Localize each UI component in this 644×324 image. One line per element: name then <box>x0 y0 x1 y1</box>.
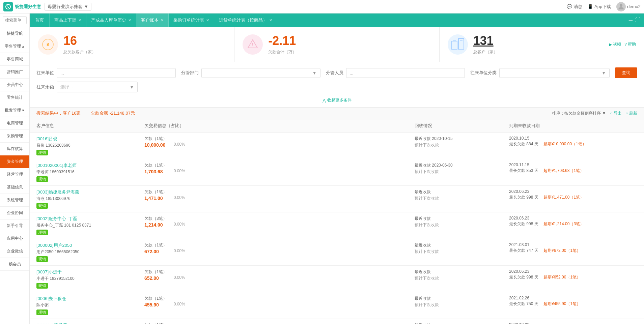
filter-collapse-button[interactable]: ⋀ 收起更多条件 <box>36 96 637 105</box>
sort-label[interactable]: 排序：按欠款金额倒序排序 ▼ <box>552 111 606 116</box>
tab-purchase-stats[interactable]: 采购订单统计表 ✕ <box>169 13 214 27</box>
debt-percent-3: 0.00% <box>174 222 185 227</box>
tab-close-icon[interactable]: ✕ <box>78 18 81 23</box>
next-collect-2: 预计下次收款 <box>415 196 509 201</box>
sidebar-item-retail-mgmt[interactable]: 零售管理 ▲ <box>0 40 29 53</box>
customer-info-3: [0002]服务中心_丁磊 服务中心_丁磊 181 0125 8371 现销 <box>36 216 144 235</box>
customer-info-7: [000001]黄思源 黄思源 13552700226 现销 <box>36 322 144 324</box>
sidebar-item-guide[interactable]: 新手引导 <box>0 219 29 232</box>
sidebar-item-operations[interactable]: 经营管理 <box>0 168 29 181</box>
customer-name-1[interactable]: [0001020001]李老师 <box>36 163 144 169</box>
overdue-link-3[interactable]: 超期¥1,214.00（3笔） <box>543 222 584 226</box>
debt-info-0: 欠款（1笔） 10,000.00 0.00% <box>144 136 415 148</box>
customer-name-3[interactable]: [0002]服务中心_丁磊 <box>36 216 144 222</box>
filter-input-category[interactable]: ▼ <box>499 68 610 78</box>
overdue-link-2[interactable]: 超期¥1,471.00（1笔） <box>543 195 584 200</box>
debt-amount-4[interactable]: 672.00 <box>144 249 167 254</box>
export-button[interactable]: ○ 导出 <box>610 111 622 116</box>
play-icon: ▶ <box>609 42 612 47</box>
chevron-down-icon: ▼ <box>312 70 317 76</box>
sidebar-item-retail-mall[interactable]: 零售商城 <box>0 53 29 66</box>
customer-name-7[interactable]: [000001]黄思源 <box>36 322 144 324</box>
tab-inbound-stats[interactable]: 进货单统计表（按商品） ✕ <box>214 13 277 27</box>
sidebar-item-quick-nav[interactable]: 快捷导航 <box>0 27 29 40</box>
tab-home[interactable]: 首页 <box>30 13 50 27</box>
overdue-link-5[interactable]: 超期¥652.00（1笔） <box>543 275 581 279</box>
tab-customer-account[interactable]: 客户账本 ✕ <box>136 13 169 27</box>
overdue-link-0[interactable]: 超期¥10,000.00（1笔） <box>543 142 586 146</box>
sidebar-item-member[interactable]: 会员中心 <box>0 79 29 91</box>
filter-input-balance[interactable]: 选择... ▼ <box>57 82 138 92</box>
tab-close-icon[interactable]: ✕ <box>161 18 164 23</box>
tab-bar-right: ─ ⛶ <box>629 17 644 23</box>
app-download-button[interactable]: 📱 App下载 <box>588 4 611 10</box>
minimize-icon[interactable]: ─ <box>629 17 633 23</box>
maximize-icon[interactable]: ⛶ <box>635 17 641 23</box>
sidebar-nav: 快捷导航 零售管理 ▲ 零售商城 营销推广 会员中心 零售统计 批发管理 ▼ 电… <box>0 27 29 271</box>
debt-amount-5[interactable]: 652.00 <box>144 275 167 281</box>
sidebar-item-finance[interactable]: 资金管理 <box>0 155 29 168</box>
debt-amount-2[interactable]: 1,471.00 <box>144 196 167 201</box>
sidebar-item-marketing[interactable]: 营销推广 <box>0 66 29 79</box>
sidebar-item-basic-info[interactable]: 基础信息 <box>0 181 29 194</box>
stat-value-debt-customers: 16 <box>63 34 96 48</box>
overdue-days-5: 最长欠款 998 天 超期¥652.00（1笔） <box>509 274 637 280</box>
sidebar-item-wholesale[interactable]: 批发管理 ▼ <box>0 104 29 117</box>
filter-area: 往来单位 ... 分管部门 ▼ <box>30 62 644 108</box>
recent-collect-0: 最近收款 2020-10-15 <box>415 136 509 142</box>
filter-input-dept[interactable]: ▼ <box>201 68 320 78</box>
customer-name-4[interactable]: [000002]用户2050 <box>36 242 144 248</box>
sidebar-item-wechat[interactable]: 企业微信 <box>0 245 29 258</box>
tab-product-shelf[interactable]: 商品上下架 ✕ <box>50 13 86 27</box>
next-collect-6: 预计下次收款 <box>415 302 509 308</box>
system-selector[interactable]: 母婴行业演示账套 ▼ <box>45 3 91 11</box>
sidebar-item-inventory[interactable]: 库存核算 <box>0 143 29 155</box>
customer-name-5[interactable]: [0007]小进干 <box>36 269 144 275</box>
tab-close-icon[interactable]: ✕ <box>269 18 272 23</box>
help-link[interactable]: ? 帮助 <box>624 41 636 47</box>
customer-contact-4: 用户2050 18665062050 <box>36 249 144 255</box>
debt-amount-6[interactable]: 455.90 <box>144 302 167 307</box>
debt-amount-1[interactable]: 1,703.68 <box>144 169 167 174</box>
sidebar-search-input[interactable] <box>3 16 27 24</box>
svg-rect-7 <box>453 40 456 41</box>
sidebar-item-purchase[interactable]: 采购管理 <box>0 130 29 143</box>
overdue-date-6: 2021.02.26 <box>509 296 637 300</box>
overdue-link-1[interactable]: 超期¥1,703.68（1笔） <box>543 168 584 173</box>
sidebar-item-appstore[interactable]: 应用中心 <box>0 232 29 245</box>
customer-info-4: [000002]用户2050 用户2050 18665062050 现销 <box>36 242 144 262</box>
tab-finished-goods[interactable]: 产成品入库单历史 ✕ <box>86 13 136 27</box>
message-button[interactable]: 💬 消息 <box>567 4 582 10</box>
overdue-link-4[interactable]: 超期¥672.00（1笔） <box>543 248 581 253</box>
refresh-button[interactable]: ○ 刷新 <box>626 111 637 116</box>
user-menu[interactable]: demo2 <box>616 2 641 11</box>
sidebar-item-member2[interactable]: 畅会员 <box>0 258 29 271</box>
video-link[interactable]: ▶ 视频 <box>609 41 621 47</box>
sidebar-item-system[interactable]: 系统管理 <box>0 194 29 207</box>
debt-info-7: 欠款（1笔） 429.00 0.00% <box>144 322 415 324</box>
debt-amount-0[interactable]: 10,000.00 <box>144 142 167 148</box>
customer-name-0[interactable]: [0016]吕俊 <box>36 136 144 142</box>
recovery-info-2: 最近收款 预计下次收款 <box>415 189 509 201</box>
table-row: [000002]用户2050 用户2050 18665062050 现销 欠款（… <box>30 239 644 266</box>
sidebar-item-enterprise[interactable]: 企业协同 <box>0 207 29 219</box>
recovery-info-3: 最近收款 预计下次收款 <box>415 216 509 228</box>
customer-contact-3: 服务中心_丁磊 181 0125 8371 <box>36 223 144 228</box>
overdue-link-6[interactable]: 超期¥455.90（1笔） <box>543 301 581 306</box>
overdue-days-1: 最长欠款 853 天 超期¥1,703.68（1笔） <box>509 168 637 174</box>
filter-input-person[interactable]: ... <box>346 68 465 78</box>
refresh-icon: ○ <box>626 111 628 116</box>
sidebar-item-ecom[interactable]: 电商管理 <box>0 117 29 130</box>
debt-amount-3[interactable]: 1,214.00 <box>144 222 167 228</box>
search-button[interactable]: 查询 <box>615 67 637 78</box>
filter-input-unit[interactable]: ... <box>57 68 176 78</box>
tab-close-icon[interactable]: ✕ <box>128 18 131 23</box>
customer-name-6[interactable]: [0006]去下粮仓 <box>36 296 144 302</box>
tab-close-icon[interactable]: ✕ <box>206 18 209 23</box>
help-icon: ? <box>624 42 627 47</box>
overdue-date-1: 2020.11.15 <box>509 163 637 167</box>
customer-name-2[interactable]: [0003]畅捷服务尹海燕 <box>36 189 144 195</box>
svg-point-0 <box>620 4 622 7</box>
chevron-down-icon: ▼ <box>130 85 134 90</box>
sidebar-item-retail-stats[interactable]: 零售统计 <box>0 91 29 104</box>
